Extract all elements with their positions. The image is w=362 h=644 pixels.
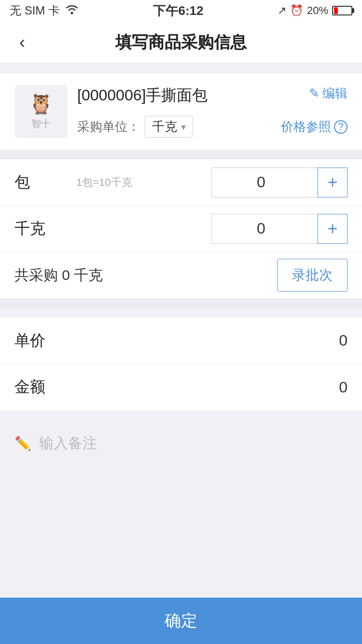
product-thumb-owl-icon: 🦉 [29,93,53,115]
price-ref-button[interactable]: 价格参照 ? [281,118,348,135]
status-bar: 无 SIM 卡 下午6:12 ↗ ⏰ 20% [0,0,362,21]
status-right: ↗ ⏰ 20% [278,4,352,17]
no-sim-label: 无 SIM 卡 [10,3,60,18]
kg-input-row: 千克 + [0,206,362,252]
info-icon: ? [334,120,348,134]
price-section: 单价 0 金额 0 [0,318,362,410]
wifi-icon [65,4,79,17]
product-id: [0000006] [77,86,146,104]
product-top-row: [0000006]手撕面包 ✎ 编辑 [77,85,348,106]
confirm-button[interactable]: 确定 [0,598,362,644]
unit-price-label: 单价 [14,330,45,351]
input-section: 包 1包=10千克 + 千克 + [0,159,362,252]
unit-price-row: 单价 0 [0,318,362,364]
edit-button[interactable]: ✎ 编辑 [309,85,348,102]
product-card: 🦉 智十 [0000006]手撕面包 ✎ 编辑 采购单位： 千克 [0,73,362,150]
location-icon: ↗ [278,4,286,17]
page-title: 填写商品采购信息 [115,31,247,54]
alarm-icon: ⏰ [290,4,303,17]
bag-input-right: + [211,168,348,197]
edit-label: 编辑 [322,85,348,102]
pencil-icon: ✏️ [14,435,31,451]
amount-row: 金额 0 [0,364,362,410]
bag-plus-button[interactable]: + [318,168,348,197]
unit-value: 千克 [152,118,177,135]
product-name: [0000006]手撕面包 [77,85,208,106]
kg-label: 千克 [14,218,72,239]
battery-icon [332,6,352,15]
price-ref-label: 价格参照 [281,118,331,135]
summary-text: 共采购 0 千克 [14,266,103,285]
status-left: 无 SIM 卡 [10,3,79,18]
bag-input-row: 包 1包=10千克 + [0,159,362,206]
product-info: [0000006]手撕面包 ✎ 编辑 采购单位： 千克 ▾ 价格参照 ? [77,85,348,138]
product-thumbnail: 🦉 智十 [14,85,68,138]
svg-point-0 [71,12,73,14]
product-unit-row: 采购单位： 千克 ▾ 价格参照 ? [77,116,348,138]
divider-2 [0,298,362,308]
remark-section[interactable]: ✏️ 输入备注 [0,420,362,584]
summary-row: 共采购 0 千克 录批次 [0,252,362,298]
divider-1 [0,150,362,159]
unit-chevron-icon: ▾ [181,121,186,133]
unit-price-value: 0 [339,332,348,350]
nav-bar: ‹ 填写商品采购信息 [0,21,362,64]
bag-label: 包 [14,172,72,193]
product-thumb-text: 智十 [29,117,53,130]
amount-label: 金额 [14,377,45,398]
unit-label: 采购单位： [77,118,140,135]
product-title: 手撕面包 [146,86,208,104]
kg-quantity-input[interactable] [211,214,318,244]
content-area: 🦉 智十 [0000006]手撕面包 ✎ 编辑 采购单位： 千克 [0,73,362,630]
remark-placeholder: 输入备注 [39,434,97,453]
unit-select[interactable]: 千克 ▾ [145,116,193,138]
bag-sub-label: 1包=10千克 [76,175,132,190]
battery-fill [334,7,338,14]
battery-percent: 20% [307,4,328,17]
edit-icon: ✎ [309,86,320,101]
summary-prefix: 共采购 [14,267,58,283]
back-button[interactable]: ‹ [14,28,30,57]
kg-input-right: + [211,214,348,244]
amount-value: 0 [339,378,348,396]
kg-plus-button[interactable]: + [318,214,348,244]
status-time: 下午6:12 [153,2,203,19]
bag-quantity-input[interactable] [211,168,318,197]
batch-button[interactable]: 录批次 [277,259,348,292]
